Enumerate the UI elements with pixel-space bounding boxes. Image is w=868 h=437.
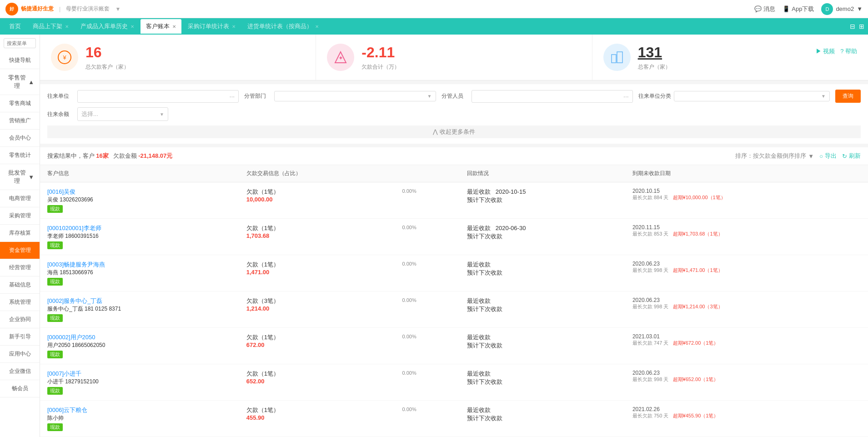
sidebar-item-marketing[interactable]: 营销推广 [0,112,40,130]
tab-expand-icon[interactable]: ⊞ [859,23,864,30]
customer-code-2[interactable]: [0003]畅捷服务尹海燕 [47,261,232,269]
logo-area: 好 畅捷通好生意 [5,3,54,15]
filter-row-1: 往来单位 ··· 分管部门 ▼ 分管人员 [47,90,861,103]
sidebar-item-finance[interactable]: 资金管理 [0,242,40,259]
tab-close-icon[interactable]: ✕ [315,24,319,29]
debt-count-6: 欠款（1笔） [246,406,388,414]
overdue-amount-0[interactable]: 超期¥10,000.00（1笔） [673,195,726,200]
recent-label-5: 最近收款 [467,370,618,378]
sidebar-item-member-center[interactable]: 会员中心 [0,130,40,147]
debt-amount-1[interactable]: 1,703.68 [246,232,388,239]
overdue-amount-1[interactable]: 超期¥1,703.68（1笔） [673,231,723,236]
svg-text:✦: ✦ [338,55,343,61]
overdue-amount-4[interactable]: 超期¥672.00（1笔） [673,340,719,346]
sidebar-search-input[interactable] [4,38,36,48]
sidebar-item-ecommerce[interactable]: 电商管理 [0,190,40,207]
filter-item-dept: 分管部门 ▼ [244,91,436,101]
customer-code-6[interactable]: [0006]云下粮仓 [47,406,232,414]
debt-amount-5[interactable]: 652.00 [246,378,388,385]
tab-purchase-order-stats-label: 采购订单统计表 [188,22,229,30]
tab-close-icon[interactable]: ✕ [65,24,69,29]
tab-production-history[interactable]: 产成品入库单历史 ✕ [75,19,140,34]
customer-code-0[interactable]: [0016]吴俊 [47,188,232,196]
tab-bar-actions: ⊟ ⊞ [850,23,864,30]
sidebar-item-inventory[interactable]: 库存核算 [0,225,40,242]
filter-select-unit-class[interactable]: ▼ [674,91,830,101]
app-download-btn[interactable]: 📱 App下载 [783,5,814,13]
overdue-days-4: 最长欠款 747 天 超期¥672.00（1笔） [632,340,861,347]
customer-tag-6: 现款 [47,423,63,431]
debt-amount-6[interactable]: 455.90 [246,414,388,421]
avatar: D [821,3,833,15]
tab-product-shelf-label: 商品上下架 [33,22,62,30]
svg-rect-5 [617,52,622,63]
sidebar-item-system[interactable]: 系统管理 [0,294,40,311]
due-date-6: 2021.02.26 [632,406,861,412]
help-btn[interactable]: ? 帮助 [840,47,857,55]
debt-amount-2[interactable]: 1,471.00 [246,269,388,276]
cell-debt-0: 欠款（1笔） 10,000.00 [239,182,395,219]
sidebar-item-enterprise[interactable]: 企业协同 [0,311,40,328]
customer-code-3[interactable]: [0002]服务中心_丁磊 [47,297,232,305]
overdue-amount-3[interactable]: 超期¥1,214.00（3笔） [673,304,723,309]
filter-select-dept[interactable]: ▼ [274,91,436,101]
filter-select-unit[interactable]: ··· [77,90,239,103]
customer-code-4[interactable]: [000002]用户2050 [47,333,232,342]
customer-code-5[interactable]: [0007]小进千 [47,370,232,378]
overdue-amount-2[interactable]: 超期¥1,471.00（1笔） [673,267,723,273]
customer-name-5: 小进千 18279152100 [47,378,232,386]
customer-name-0: 吴俊 13026203696 [47,196,232,204]
sidebar-item-business[interactable]: 经营管理 [0,259,40,276]
overdue-amount-6[interactable]: 超期¥455.90（1笔） [673,413,719,418]
sidebar-item-retail-mgmt[interactable]: 零售管理 ▲ [0,69,40,95]
tab-restore-icon[interactable]: ⊟ [850,23,855,30]
sidebar-item-wechat[interactable]: 企业微信 [0,363,40,380]
tab-product-shelf[interactable]: 商品上下架 ✕ [27,19,74,34]
refresh-btn[interactable]: ↻ 刷新 [842,152,861,160]
user-menu[interactable]: D demo2 ▼ [821,3,863,15]
play-icon: ▶ [816,48,822,55]
customer-name-4: 用户2050 18665062050 [47,342,232,349]
logo-icon: 好 [5,3,18,15]
stat-card-total-debt: ✦ -2.11 欠款合计（万） [316,35,592,80]
sidebar-item-wholesale-mgmt[interactable]: 批发管理 ▼ [0,164,40,190]
filter-select-person[interactable]: ··· [472,90,633,103]
sidebar-item-member[interactable]: 畅会员 [0,380,40,397]
stat-info-2: -2.11 欠款合计（万） [361,44,581,70]
top-bar-left: 好 畅捷通好生意 | 母婴行业演示账套 ▼ [5,3,120,15]
cell-repay-0: 最近收款 2020-10-15 预计下次收款 [460,182,625,219]
sidebar-item-basic-info[interactable]: 基础信息 [0,276,40,294]
tab-home[interactable]: 首页 [4,19,26,34]
stat-label-3: 总客户（家） [638,63,808,71]
overdue-amount-5[interactable]: 超期¥652.00（1笔） [673,377,719,382]
debt-count-4: 欠款（1笔） [246,333,388,342]
search-button[interactable]: 查询 [835,90,861,103]
sort-control[interactable]: 排序：按欠款金额倒序排序 ▼ [735,152,814,160]
collapse-bar[interactable]: ⋀ 收起更多条件 [47,126,861,138]
sidebar-item-quick-nav[interactable]: 快捷导航 [0,52,40,69]
debt-amount-0[interactable]: 10,000.00 [246,196,388,203]
filter-chevron-dept: ▼ [427,94,432,99]
sidebar-item-retail-stats[interactable]: 零售统计 [0,147,40,164]
filter-select-balance[interactable]: 选择... ▼ [77,107,168,121]
message-btn[interactable]: 💬 消息 [754,5,775,13]
tab-close-icon[interactable]: ✕ [172,24,176,29]
tab-close-icon[interactable]: ✕ [130,24,134,29]
debt-amount-3[interactable]: 1,214.00 [246,305,388,312]
sidebar-item-guide[interactable]: 新手引导 [0,328,40,346]
filter-dots-icon: ··· [230,93,235,100]
col-header-customer: 客户信息 [40,165,239,182]
sidebar-item-retail-mall[interactable]: 零售商城 [0,95,40,112]
sidebar-item-app-center[interactable]: 应用中心 [0,346,40,363]
export-btn[interactable]: ○ 导出 [819,152,837,160]
tab-purchase-stats-by-product[interactable]: 进货单统计表（按商品） ✕ [242,19,324,34]
debt-amount-4[interactable]: 672.00 [246,342,388,348]
main-layout: 快捷导航 零售管理 ▲ 零售商城 营销推广 会员中心 零售统计 批发管理 ▼ 电… [0,35,868,437]
view-btn[interactable]: ▶ 视频 [816,47,835,55]
customer-code-1[interactable]: [0001020001]李老师 [47,224,232,232]
tab-purchase-order-stats[interactable]: 采购订单统计表 ✕ [182,19,241,34]
tab-close-icon[interactable]: ✕ [232,24,236,29]
tab-customer-account[interactable]: 客户账本 ✕ [140,19,181,34]
store-selector-icon[interactable]: ▼ [115,6,120,12]
sidebar-item-purchase[interactable]: 采购管理 [0,207,40,225]
